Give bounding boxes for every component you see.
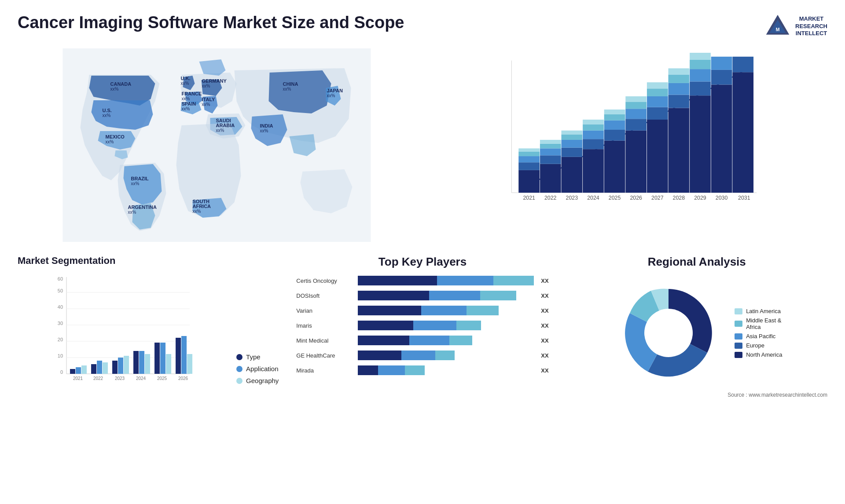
legend-na-color bbox=[735, 352, 742, 358]
svg-text:2026: 2026 bbox=[178, 376, 188, 381]
svg-rect-63 bbox=[625, 109, 647, 119]
svg-rect-48 bbox=[562, 140, 583, 148]
svg-text:2024: 2024 bbox=[587, 195, 599, 201]
svg-rect-84 bbox=[732, 72, 753, 193]
svg-text:60: 60 bbox=[58, 276, 63, 281]
svg-text:2024: 2024 bbox=[136, 376, 146, 381]
bottom-section: Market Segmentation 0 10 20 30 40 50 60 bbox=[18, 255, 827, 398]
svg-rect-45 bbox=[540, 140, 561, 144]
svg-point-135 bbox=[644, 309, 693, 357]
player-name-mirada: Mirada bbox=[296, 367, 353, 374]
argentina-label: ARGENTINA bbox=[128, 205, 157, 210]
us-label: U.S. bbox=[103, 108, 112, 113]
regional-legend: Latin America Middle East &Africa Asia P… bbox=[735, 308, 782, 358]
legend-latin-america-label: Latin America bbox=[746, 308, 781, 314]
germany-label: GERMANY bbox=[202, 78, 227, 84]
svg-rect-115 bbox=[91, 364, 96, 374]
svg-text:2030: 2030 bbox=[716, 195, 728, 201]
map-container: CANADA xx% U.S. xx% MEXICO xx% BRAZIL xx… bbox=[18, 48, 416, 242]
svg-rect-112 bbox=[76, 367, 81, 374]
legend-mea-label: Middle East &Africa bbox=[746, 317, 781, 330]
svg-text:30: 30 bbox=[58, 321, 63, 326]
svg-rect-54 bbox=[583, 124, 604, 131]
uk-label: U.K. bbox=[181, 76, 191, 81]
player-bar-imaris bbox=[358, 321, 534, 330]
player-name-mint: Mint Medical bbox=[296, 337, 353, 344]
svg-rect-55 bbox=[583, 120, 604, 124]
player-bar-ge bbox=[358, 351, 534, 360]
legend-asia-label: Asia Pacific bbox=[746, 333, 775, 340]
svg-rect-43 bbox=[540, 148, 561, 155]
svg-rect-39 bbox=[518, 151, 540, 156]
bar-chart-svg: XX XX XX XX XX XX XX XX XX XX XX bbox=[438, 53, 819, 220]
svg-rect-119 bbox=[112, 361, 118, 374]
player-xx-imaris: XX bbox=[541, 322, 548, 329]
svg-text:xx%: xx% bbox=[128, 210, 136, 215]
svg-rect-50 bbox=[562, 131, 583, 135]
legend-north-america: North America bbox=[735, 351, 782, 358]
player-row-mirada: Mirada XX bbox=[296, 365, 548, 375]
svg-rect-36 bbox=[518, 170, 540, 193]
segmentation-title: Market Segmentation bbox=[18, 255, 279, 267]
svg-rect-60 bbox=[604, 110, 625, 114]
svg-rect-52 bbox=[583, 139, 604, 149]
mexico-label: MEXICO bbox=[106, 134, 125, 139]
svg-rect-125 bbox=[145, 354, 150, 374]
svg-text:2021: 2021 bbox=[523, 195, 535, 201]
player-xx-dosisoft: XX bbox=[541, 292, 548, 299]
brazil-label: BRAZIL bbox=[131, 176, 149, 181]
svg-rect-70 bbox=[647, 82, 668, 88]
regional-section: Regional Analysis Lati bbox=[566, 255, 827, 398]
legend-europe: Europe bbox=[735, 342, 782, 349]
regional-content: Latin America Middle East &Africa Asia P… bbox=[566, 276, 827, 390]
legend-europe-color bbox=[735, 343, 742, 349]
svg-rect-47 bbox=[562, 148, 583, 157]
player-bar-mint bbox=[358, 336, 534, 345]
regional-title: Regional Analysis bbox=[566, 255, 827, 269]
logo-icon: M bbox=[764, 13, 791, 40]
svg-rect-51 bbox=[583, 149, 604, 193]
svg-text:2027: 2027 bbox=[651, 195, 664, 201]
source-text: Source : www.marketresearchintellect.com bbox=[566, 392, 827, 398]
svg-rect-132 bbox=[181, 336, 187, 374]
segmentation-legend: Type Application Geography bbox=[236, 353, 279, 398]
svg-rect-76 bbox=[690, 95, 711, 193]
svg-text:10: 10 bbox=[58, 353, 63, 358]
italy-label: ITALY bbox=[202, 97, 216, 102]
player-bar-varian bbox=[358, 306, 534, 315]
svg-rect-113 bbox=[81, 365, 87, 374]
svg-rect-68 bbox=[647, 96, 668, 107]
svg-rect-41 bbox=[540, 164, 561, 193]
legend-latin-america: Latin America bbox=[735, 308, 782, 314]
svg-rect-67 bbox=[647, 107, 668, 120]
svg-text:xx%: xx% bbox=[106, 139, 114, 144]
svg-text:2031: 2031 bbox=[738, 195, 750, 201]
legend-middle-east-africa: Middle East &Africa bbox=[735, 317, 782, 330]
svg-rect-78 bbox=[690, 69, 711, 81]
player-row-dosisoft: DOSIsoft XX bbox=[296, 291, 548, 300]
svg-text:2026: 2026 bbox=[630, 195, 642, 201]
seg-chart-svg: 0 10 20 30 40 50 60 bbox=[18, 273, 230, 396]
player-xx-ge: XX bbox=[541, 352, 548, 359]
svg-rect-53 bbox=[583, 131, 604, 139]
legend-type-dot bbox=[236, 354, 242, 360]
svg-rect-123 bbox=[133, 351, 139, 374]
legend-asia-pacific: Asia Pacific bbox=[735, 333, 782, 340]
legend-geography-label: Geography bbox=[246, 377, 279, 384]
svg-text:xx%: xx% bbox=[260, 128, 268, 133]
svg-rect-61 bbox=[625, 131, 647, 193]
legend-mea-color bbox=[735, 321, 742, 327]
svg-text:xx%: xx% bbox=[283, 87, 291, 91]
svg-rect-131 bbox=[176, 338, 181, 374]
svg-rect-133 bbox=[187, 354, 192, 374]
svg-rect-127 bbox=[154, 343, 160, 374]
player-row-ge: GE HealthCare XX bbox=[296, 351, 548, 360]
svg-text:xx%: xx% bbox=[327, 93, 335, 98]
player-xx-varian: XX bbox=[541, 307, 548, 314]
legend-geography: Geography bbox=[236, 377, 279, 384]
svg-rect-71 bbox=[669, 108, 690, 193]
bar-chart-section: XX XX XX XX XX XX XX XX XX XX XX bbox=[429, 48, 827, 242]
map-svg: CANADA xx% U.S. xx% MEXICO xx% BRAZIL xx… bbox=[18, 48, 416, 242]
canada-label: CANADA bbox=[110, 81, 132, 87]
svg-rect-111 bbox=[70, 369, 75, 374]
